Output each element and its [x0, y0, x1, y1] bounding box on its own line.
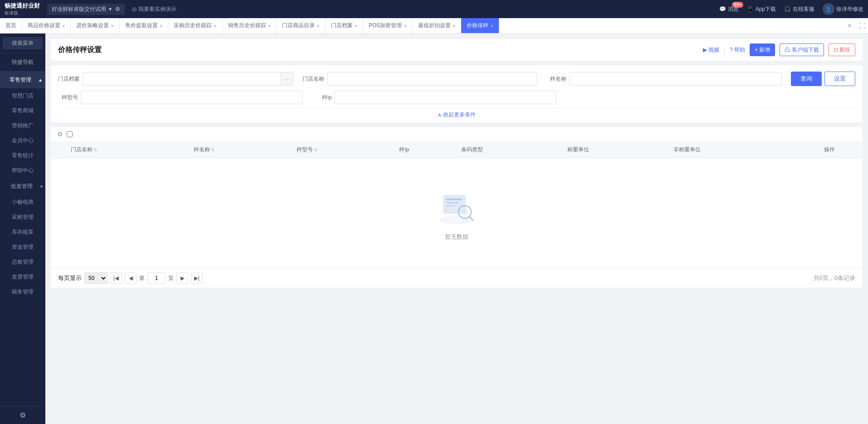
tab-purchase-strategy[interactable]: 进价策略设置 × [71, 18, 119, 34]
form-item-store-file: 门店档案 ··· [58, 72, 293, 86]
data-table: 门店名称 ⇅ 秤名称 ⇅ [51, 141, 863, 159]
store-file-input[interactable] [83, 72, 281, 86]
th-store-name-label: 门店名称 [71, 146, 93, 154]
th-non-weight-unit: 非称重单位 [670, 141, 796, 159]
sidebar-item-smart-store-label: 智慧门店 [12, 92, 34, 99]
sidebar-item-marketing[interactable]: 营销推广 [0, 118, 45, 133]
sidebar-item-ecommerce[interactable]: 小畅电商 [0, 195, 45, 210]
sidebar-item-ledger[interactable]: 总账管理 [0, 255, 45, 270]
tab-expand-btn[interactable]: ⛶ [856, 22, 868, 29]
user-menu-btn[interactable]: 👤 徐泽华修改 [823, 3, 863, 15]
tab-store-catalog[interactable]: 门店商品目录 × [277, 18, 325, 34]
download-icon: 📱 [747, 6, 754, 12]
tab-purchase-strategy-close[interactable]: × [111, 23, 113, 29]
page-next-btn[interactable]: ▶ [176, 272, 188, 284]
scale-model-input[interactable] [81, 91, 302, 104]
version-selector[interactable]: 好业财标准版交付试用 ▾ ⚙ [47, 4, 125, 15]
sidebar-item-retail-label: 零售管理 [3, 76, 38, 84]
tab-pos-management-label: POS加密管理 [369, 22, 402, 29]
tab-store-file-close[interactable]: × [355, 23, 357, 29]
sidebar-item-inventory[interactable]: 库存核算 [0, 225, 45, 240]
set-button[interactable]: 设置 [824, 72, 855, 86]
scale-ip-input[interactable] [334, 91, 556, 104]
message-btn[interactable]: 💬 消息 99+ [719, 5, 739, 13]
sidebar-item-member[interactable]: 会员中心 [0, 133, 45, 148]
help-link[interactable]: ? 帮助 [730, 46, 745, 54]
svg-rect-4 [446, 205, 455, 207]
sidebar-item-purchase[interactable]: 采购管理 [0, 210, 45, 225]
sidebar-item-smart-store[interactable]: 智慧门店 [0, 88, 45, 103]
chevron-down-icon: ▾ [40, 184, 43, 189]
tab-store-file[interactable]: 门店档案 × [326, 18, 363, 34]
th-scale-ip: 秤ip [395, 141, 458, 159]
tab-sale-extract[interactable]: 售价提取设置 × [120, 18, 168, 34]
sidebar-item-wholesale[interactable]: 批发管理 ▾ [0, 178, 45, 195]
tab-pos-management-close[interactable]: × [404, 23, 406, 29]
th-store-name[interactable]: 门店名称 ⇅ [67, 141, 190, 159]
tab-purchase-history[interactable]: 采购历史价跟踪 × [168, 18, 222, 34]
video-link[interactable]: ▶ 视频 [703, 46, 719, 54]
message-icon: 💬 [719, 6, 726, 12]
top-bar-right: 💬 消息 99+ 📱 App下载 🎧 在线客服 👤 徐泽华修改 [719, 3, 863, 15]
scale-name-input[interactable] [569, 72, 782, 86]
label-scale-name: 秤名称 [546, 75, 566, 83]
page-prev-btn[interactable]: ◀ [125, 272, 137, 284]
online-service-btn[interactable]: 🎧 在线客服 [784, 5, 814, 13]
tab-sales-history[interactable]: 销售历史价跟踪 × [223, 18, 277, 34]
tab-price-scale-close[interactable]: × [490, 23, 493, 29]
delete-button[interactable]: ⊡ 删除 [829, 43, 855, 56]
user-name: 徐泽华修改 [836, 5, 863, 13]
sidebar-item-tax[interactable]: 税务管理 [0, 284, 45, 299]
app-download-btn[interactable]: 📱 App下载 [747, 5, 776, 13]
sidebar-item-help[interactable]: 帮助中心 [0, 163, 45, 178]
query-button[interactable]: 查询 [791, 72, 822, 86]
store-file-more-btn[interactable]: ··· [281, 72, 293, 86]
settings-icon[interactable]: ⚙ [115, 6, 120, 12]
search-form: 门店档案 ··· 门店名称 秤名称 [51, 65, 863, 122]
tab-close-btn[interactable]: × [843, 22, 856, 30]
demo-link[interactable]: ◎ 我要看实例演示 [132, 5, 176, 13]
tab-product-price-close[interactable]: × [62, 23, 65, 29]
tab-price-scale[interactable]: 价格传秤 × [461, 18, 499, 34]
store-name-input[interactable] [327, 72, 538, 86]
sidebar-search-btn[interactable]: 搜索菜单 [3, 37, 43, 49]
sidebar-item-finance[interactable]: 资金管理 [0, 240, 45, 255]
table-settings-icon[interactable]: ⚙ [57, 130, 63, 138]
settings-icon[interactable]: ⚙ [20, 411, 26, 419]
tab-store-catalog-label: 门店商品目录 [282, 22, 315, 29]
page-title: 价格传秤设置 [58, 45, 102, 55]
th-scale-model[interactable]: 秤型号 ⇅ [293, 141, 396, 159]
tab-min-discount[interactable]: 最低折扣设置 × [413, 18, 461, 34]
help-icon: ? [730, 47, 733, 53]
page-number-input[interactable]: 1 [147, 272, 166, 284]
page-last-btn[interactable]: ▶| [191, 272, 203, 284]
app-edition: 标准版 [5, 10, 40, 16]
form-item-scale-name: 秤名称 [546, 72, 782, 86]
tab-sale-extract-close[interactable]: × [160, 23, 162, 29]
download-button[interactable]: 凸 客户端下载 [780, 43, 824, 56]
demo-label: 我要看实例演示 [138, 5, 176, 13]
sidebar-item-invoice-label: 发票管理 [12, 274, 34, 280]
page-content: 价格传秤设置 ▶ 视频 | ? 帮助 + 新增 凸 客户端下载 ⊡ 删除 [45, 34, 868, 424]
sidebar-item-ledger-label: 总账管理 [12, 259, 34, 265]
add-button[interactable]: + 新增 [750, 43, 775, 56]
sidebar-quick-nav-btn[interactable]: 快捷导航 [0, 56, 45, 68]
tab-store-catalog-close[interactable]: × [317, 23, 319, 29]
page-size-select[interactable]: 10 20 50 100 [84, 272, 107, 284]
select-all-checkbox[interactable] [67, 131, 73, 137]
tab-pos-management[interactable]: POS加密管理 × [363, 18, 413, 34]
sidebar-item-retail-mall[interactable]: 零售商城 [0, 103, 45, 118]
sidebar-item-invoice[interactable]: 发票管理 [0, 270, 45, 284]
tab-home[interactable]: 首页 [0, 18, 22, 34]
tab-min-discount-close[interactable]: × [453, 23, 455, 29]
sidebar-item-retail[interactable]: 零售管理 ▲ [0, 72, 45, 88]
video-label: 视频 [708, 46, 719, 54]
tab-purchase-history-close[interactable]: × [214, 23, 216, 29]
sidebar-item-retail-stats[interactable]: 零售统计 [0, 148, 45, 163]
form-query-btn-group: 查询 设置 [791, 72, 855, 86]
th-scale-name[interactable]: 秤名称 ⇅ [190, 141, 293, 159]
tab-product-price[interactable]: 商品价格设置 × [22, 18, 71, 34]
collapse-btn[interactable]: ∧ 收起更多条件 [438, 111, 476, 119]
tab-sales-history-close[interactable]: × [268, 23, 271, 29]
page-first-btn[interactable]: |◀ [110, 272, 122, 284]
